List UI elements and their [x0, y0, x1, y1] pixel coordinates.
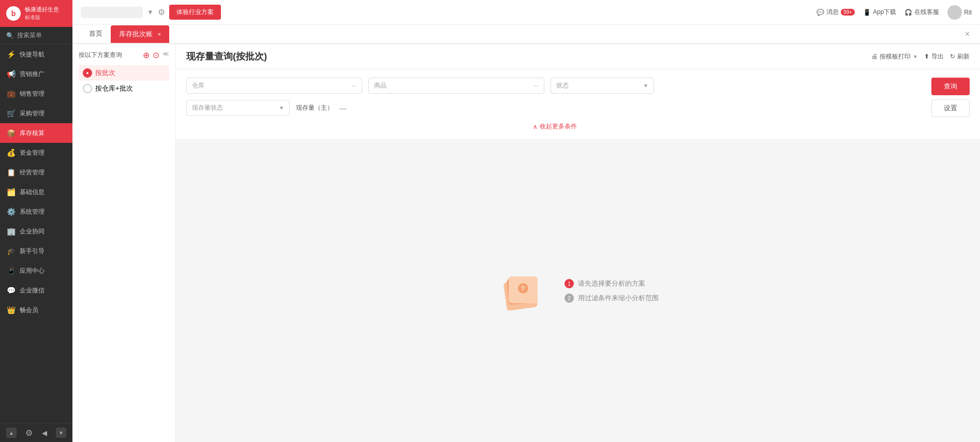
tab-close-icon[interactable]: × [158, 31, 161, 37]
collapse-more-btn[interactable]: ∧ 收起更多条件 [186, 122, 923, 131]
experience-btn[interactable]: 体验行业方案 [169, 5, 221, 20]
print-dropdown-icon[interactable]: ▼ [913, 54, 918, 60]
marketing-icon: 📢 [6, 69, 16, 79]
user-menu-btn[interactable]: Rit [947, 5, 972, 20]
sidebar-item-system[interactable]: ⚙️ 系统管理 [0, 202, 72, 222]
footer-settings-icon[interactable]: ⚙ [25, 428, 33, 438]
sidebar-item-apps[interactable]: 📱 应用中心 [0, 261, 72, 281]
sidebar-item-guide[interactable]: 🎓 新手引导 [0, 241, 72, 261]
panel-close-icon[interactable]: × [963, 27, 972, 41]
page-header: 现存量查询(按批次) 🖨 按模板打印 ▼ ⬆ 导出 ↻ 刷新 [176, 44, 980, 69]
member-label: 畅会员 [20, 306, 38, 315]
sidebar-scroll-up[interactable]: ▲ [6, 428, 17, 438]
online-service-btn[interactable]: 🎧 在线客服 [904, 8, 939, 17]
header-actions: 🖨 按模板打印 ▼ ⬆ 导出 ↻ 刷新 [871, 52, 970, 61]
sidebar-item-inventory[interactable]: 📦 库存核算 [0, 123, 72, 143]
sidebar-item-sales[interactable]: 💼 销售管理 [0, 84, 72, 104]
wechat-label: 企业微信 [20, 286, 44, 295]
sales-icon: 💼 [6, 89, 16, 98]
filter-row-2: 现存量状态 ▼ 现存量（主） — [186, 100, 923, 116]
sidebar-item-member[interactable]: 👑 畅会员 [0, 300, 72, 320]
warehouse-label: 仓库 [192, 81, 204, 90]
sidebar-item-finance[interactable]: 💰 资金管理 [0, 143, 72, 163]
schema-active-dot: ● [83, 68, 92, 78]
warehouse-filter[interactable]: 仓库 ··· [186, 78, 362, 94]
print-btn[interactable]: 🖨 按模板打印 ▼ [871, 52, 918, 61]
empty-illustration: ? [497, 265, 549, 317]
sidebar-item-enterprise[interactable]: 🏢 企业协同 [0, 222, 72, 241]
operations-label: 经营管理 [20, 168, 44, 177]
stock-status-label: 现存量状态 [192, 104, 223, 112]
sidebar-item-basics[interactable]: 🗂️ 基础信息 [0, 182, 72, 202]
add-schema-icon[interactable]: ⊕ [143, 50, 150, 60]
tab-inventory-batch-label: 库存批次账 [119, 30, 153, 38]
schema-item-batch[interactable]: ● 按批次 [79, 65, 169, 81]
tip-1: 1 请先选择要分析的方案 [565, 279, 659, 288]
filter-panel-title: 按以下方案查询 [79, 51, 122, 60]
svg-text:?: ? [521, 285, 525, 292]
filter-row-1: 仓库 ··· 商品 ··· 状态 ▼ [186, 78, 923, 94]
qty-dash: — [339, 104, 347, 112]
phone-icon: 📱 [863, 9, 871, 16]
schema-batch-label: 按批次 [95, 68, 115, 78]
headset-icon: 🎧 [904, 9, 912, 16]
guide-label: 新手引导 [20, 247, 44, 256]
sidebar-scroll: ⚡ 快捷导航 📢 营销推广 💼 销售管理 🛒 采购管理 📦 库存核算 💰 资金管… [0, 45, 72, 423]
app-download-btn[interactable]: 📱 App下载 [863, 8, 896, 17]
shortcuts-label: 快捷导航 [20, 50, 44, 59]
collapse-label: 收起更多条件 [540, 122, 577, 131]
filter-conditions: 仓库 ··· 商品 ··· 状态 ▼ [176, 69, 980, 140]
enterprise-icon: 🏢 [6, 227, 16, 236]
status-dropdown-icon: ▼ [643, 83, 648, 89]
finance-label: 资金管理 [20, 149, 44, 157]
sidebar-item-shortcuts[interactable]: ⚡ 快捷导航 [0, 45, 72, 64]
dropdown-arrow-icon[interactable]: ▼ [147, 8, 154, 16]
filter-panel-actions: ⊕ ⊙ ≪ [143, 50, 169, 60]
tab-home[interactable]: 首页 [81, 25, 111, 43]
app-edition: 标准版 [25, 14, 59, 21]
schema-settings-icon[interactable]: ⊙ [153, 50, 159, 60]
sidebar-item-operations[interactable]: 📋 经营管理 [0, 163, 72, 182]
qty-label: 现存量（主） [296, 104, 333, 112]
schema-collapse-icon[interactable]: ≪ [162, 50, 169, 60]
topbar-left: ▼ ⚙ 体验行业方案 [81, 5, 810, 20]
right-main-area: 现存量查询(按批次) 🖨 按模板打印 ▼ ⬆ 导出 ↻ 刷新 [176, 44, 980, 442]
settings-gear-icon[interactable]: ⚙ [158, 7, 165, 17]
sidebar-item-marketing[interactable]: 📢 营销推广 [0, 64, 72, 84]
schema-item-warehouse-batch[interactable]: 按仓库+批次 [79, 81, 169, 96]
messages-label: 消息 [826, 8, 839, 17]
refresh-btn[interactable]: ↻ 刷新 [950, 52, 970, 61]
sidebar-item-purchase[interactable]: 🛒 采购管理 [0, 104, 72, 123]
product-filter[interactable]: 商品 ··· [368, 78, 544, 94]
refresh-icon: ↻ [950, 53, 955, 60]
tip-num-2: 2 [565, 293, 574, 303]
messages-badge: 99+ [841, 9, 855, 16]
status-label: 状态 [556, 81, 569, 90]
breadcrumb-input[interactable] [81, 7, 143, 18]
marketing-label: 营销推广 [20, 70, 44, 79]
tabs-bar: 首页 库存批次账 × × [72, 25, 980, 44]
status-filter[interactable]: 状态 ▼ [551, 78, 654, 94]
tab-inventory-batch[interactable]: 库存批次账 × [111, 25, 169, 43]
sidebar-scroll-down[interactable]: ▼ [56, 428, 66, 438]
settings-button[interactable]: 设置 [931, 99, 970, 117]
tip-2: 2 用过滤条件来缩小分析范围 [565, 293, 659, 303]
sidebar-item-wechat[interactable]: 💬 企业微信 [0, 281, 72, 300]
finance-icon: 💰 [6, 148, 16, 157]
sidebar-header: b 畅康通好生意 标准版 [0, 0, 72, 27]
product-dots: ··· [533, 82, 539, 90]
page-title: 现存量查询(按批次) [186, 50, 267, 63]
sidebar-search[interactable]: 🔍 搜索菜单 [0, 27, 72, 45]
stock-status-filter[interactable]: 现存量状态 ▼ [186, 100, 290, 116]
topbar: ▼ ⚙ 体验行业方案 💬 消息 99+ 📱 App下载 🎧 在线客服 Rit [72, 0, 980, 25]
messages-btn[interactable]: 💬 消息 99+ [816, 8, 855, 17]
apps-icon: 📱 [6, 266, 16, 275]
inventory-icon: 📦 [6, 128, 16, 138]
main-area: ▼ ⚙ 体验行业方案 💬 消息 99+ 📱 App下载 🎧 在线客服 Rit [72, 0, 980, 442]
query-button[interactable]: 查询 [931, 78, 970, 95]
online-service-label: 在线客服 [914, 8, 939, 17]
export-btn[interactable]: ⬆ 导出 [924, 52, 944, 61]
search-label: 搜索菜单 [17, 31, 42, 40]
footer-collapse-icon[interactable]: ◀ [42, 429, 47, 437]
content-area: 按以下方案查询 ⊕ ⊙ ≪ ● 按批次 按仓库+批次 现存量查询(按批次) [72, 44, 980, 442]
